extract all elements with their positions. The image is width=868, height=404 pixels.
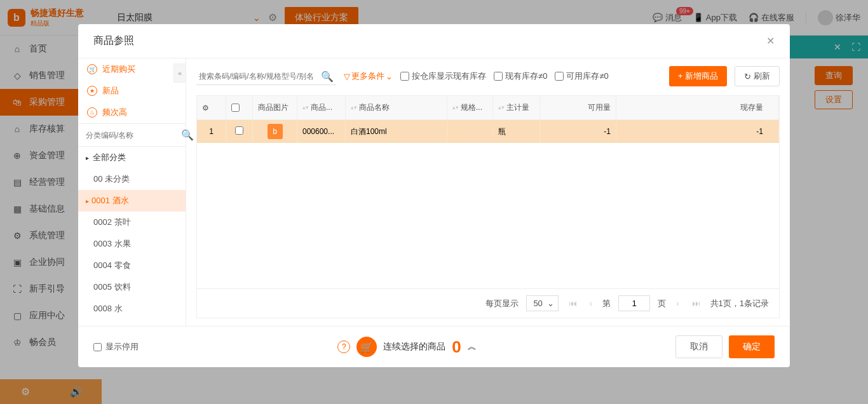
- row-checkbox[interactable]: [235, 126, 243, 135]
- sort-icon: ▴▾: [452, 106, 459, 109]
- search-icon[interactable]: 🔍: [181, 129, 194, 141]
- pagination-summary: 共1页，1条记录: [710, 298, 769, 309]
- tree-all[interactable]: ▸全部分类: [78, 147, 186, 168]
- chevron-up-icon[interactable]: ︽: [468, 341, 477, 353]
- cart-icon: 🛒: [87, 64, 97, 74]
- tree-cat-2[interactable]: 0002 茶叶: [78, 212, 186, 233]
- cell-code: 000600...: [297, 122, 346, 141]
- checkbox-existing[interactable]: 现有库存≠0: [494, 71, 547, 82]
- more-filter-toggle[interactable]: ▽ 更多条件⌄: [344, 71, 393, 82]
- th-code[interactable]: ▴▾商品...: [297, 96, 346, 119]
- next-page-btn[interactable]: ›: [674, 299, 681, 308]
- search-row: 🔍 ▽ 更多条件⌄ 按仓库显示现有库存 现有库存≠0 可用库存≠0 + 新增商品…: [196, 66, 780, 86]
- category-search: 🔍: [78, 124, 186, 147]
- modal-header: 商品参照 ✕: [78, 24, 790, 58]
- first-page-btn[interactable]: ⏮: [566, 299, 580, 308]
- search-input-wrap: 🔍: [196, 68, 336, 85]
- cancel-button[interactable]: 取消: [675, 335, 722, 358]
- filter-new[interactable]: ★新品: [78, 80, 186, 102]
- checkbox-available[interactable]: 可用库存≠0: [555, 71, 608, 82]
- cell-available: -1: [540, 122, 616, 141]
- tree-cat-1[interactable]: 0001 酒水: [78, 190, 186, 212]
- th-unit[interactable]: ▴▾主计量: [493, 96, 540, 119]
- tree-cat-7[interactable]: 0010 家电: [78, 320, 186, 326]
- cart-icon: 🛒: [356, 337, 377, 357]
- tree-cat-0[interactable]: 00 未分类: [78, 168, 186, 190]
- caret-icon: ▸: [86, 154, 89, 161]
- modal-left-panel: « 🛒近期购买 ★新品 ♨频次高 🔍 ▸全部分类 00 未分类 0001 酒水 …: [78, 58, 186, 326]
- select-all-checkbox[interactable]: [231, 104, 240, 112]
- cell-name: 白酒100ml: [346, 121, 447, 142]
- selected-label: 连续选择的商品: [383, 341, 445, 353]
- cell-check: [226, 121, 253, 142]
- checkbox-warehouse[interactable]: 按仓库显示现有库存: [400, 71, 486, 82]
- cell-unit: 瓶: [493, 121, 540, 142]
- modal-title: 商品参照: [93, 34, 134, 48]
- refresh-button[interactable]: ↻刷新: [735, 66, 780, 86]
- tree-cat-4[interactable]: 0004 零食: [78, 255, 186, 276]
- flame-icon: ♨: [87, 107, 97, 118]
- modal-overlay: 商品参照 ✕ « 🛒近期购买 ★新品 ♨频次高 🔍 ▸全部分类 00 未分类: [0, 0, 868, 404]
- modal-body: « 🛒近期购买 ★新品 ♨频次高 🔍 ▸全部分类 00 未分类 0001 酒水 …: [78, 58, 790, 326]
- category-tree: ▸全部分类 00 未分类 0001 酒水 0002 茶叶 0003 水果 000…: [78, 147, 186, 326]
- product-search-input[interactable]: [196, 68, 336, 85]
- close-icon[interactable]: ✕: [766, 35, 775, 47]
- th-available[interactable]: 可用量: [540, 96, 616, 119]
- filter-icon: ▽: [344, 72, 350, 81]
- collapse-toggle[interactable]: «: [173, 64, 186, 83]
- quick-filters: 🛒近期购买 ★新品 ♨频次高: [78, 58, 186, 124]
- prev-page-btn[interactable]: ‹: [587, 299, 595, 308]
- sort-icon: ▴▾: [498, 106, 505, 109]
- refresh-icon: ↻: [744, 72, 751, 81]
- page-size-select[interactable]: 50 ⌄: [526, 295, 558, 311]
- filter-frequent[interactable]: ♨频次高: [78, 102, 186, 123]
- table-row[interactable]: 1 b 000600... 白酒100ml 瓶 -1 -1: [197, 120, 779, 143]
- th-name[interactable]: ▴▾商品名称: [346, 96, 447, 119]
- table-body: 1 b 000600... 白酒100ml 瓶 -1 -1: [197, 120, 779, 288]
- modal-footer: 显示停用 ? 🛒 连续选择的商品 0 ︽ 取消 确定: [78, 326, 790, 367]
- show-disabled-checkbox[interactable]: 显示停用: [93, 341, 139, 353]
- tree-cat-6[interactable]: 0008 水: [78, 298, 186, 320]
- selected-count: 0: [452, 337, 461, 357]
- chevron-down-icon: ⌄: [547, 299, 554, 308]
- tree-cat-3[interactable]: 0003 水果: [78, 233, 186, 255]
- table-header: ⚙ 商品图片 ▴▾商品... ▴▾商品名称 ▴▾规格... ▴▾主计量 可用量 …: [197, 96, 779, 120]
- th-gear[interactable]: ⚙: [197, 96, 226, 119]
- footer-actions: 取消 确定: [675, 335, 775, 358]
- tree-cat-5[interactable]: 0005 饮料: [78, 276, 186, 298]
- gear-icon: ⚙: [202, 104, 209, 112]
- add-product-button[interactable]: + 新增商品: [669, 66, 727, 86]
- product-thumb-icon: b: [268, 124, 283, 139]
- sort-icon: ▴▾: [351, 106, 357, 109]
- product-table: ⚙ 商品图片 ▴▾商品... ▴▾商品名称 ▴▾规格... ▴▾主计量 可用量 …: [196, 95, 780, 318]
- confirm-button[interactable]: 确定: [729, 335, 775, 358]
- search-icon[interactable]: 🔍: [321, 71, 334, 83]
- product-reference-modal: 商品参照 ✕ « 🛒近期购买 ★新品 ♨频次高 🔍 ▸全部分类 00 未分类: [78, 24, 790, 367]
- per-page-label: 每页显示: [485, 298, 519, 309]
- last-page-btn[interactable]: ⏭: [689, 299, 703, 308]
- cell-image: b: [253, 120, 297, 144]
- th-check: [226, 96, 253, 119]
- pagination: 每页显示 50 ⌄ ⏮ ‹ 第 页 › ⏭ 共1页，1条记录: [197, 288, 779, 318]
- star-icon: ★: [87, 86, 97, 96]
- th-stock[interactable]: 现存量: [616, 96, 779, 119]
- th-spec[interactable]: ▴▾规格...: [447, 96, 493, 119]
- cell-stock: -1: [616, 122, 779, 141]
- cell-spec: [447, 126, 493, 137]
- cell-index: 1: [197, 122, 226, 141]
- sort-icon: ▴▾: [302, 106, 309, 109]
- chevron-down-icon: ⌄: [386, 72, 393, 81]
- category-search-input[interactable]: [86, 131, 181, 140]
- th-image[interactable]: 商品图片: [253, 96, 297, 119]
- filter-recent[interactable]: 🛒近期购买: [78, 58, 186, 80]
- selected-summary: ? 🛒 连续选择的商品 0 ︽: [337, 337, 476, 357]
- help-icon[interactable]: ?: [337, 340, 350, 353]
- page-input[interactable]: [618, 295, 650, 311]
- modal-right-content: 🔍 ▽ 更多条件⌄ 按仓库显示现有库存 现有库存≠0 可用库存≠0 + 新增商品…: [186, 58, 790, 326]
